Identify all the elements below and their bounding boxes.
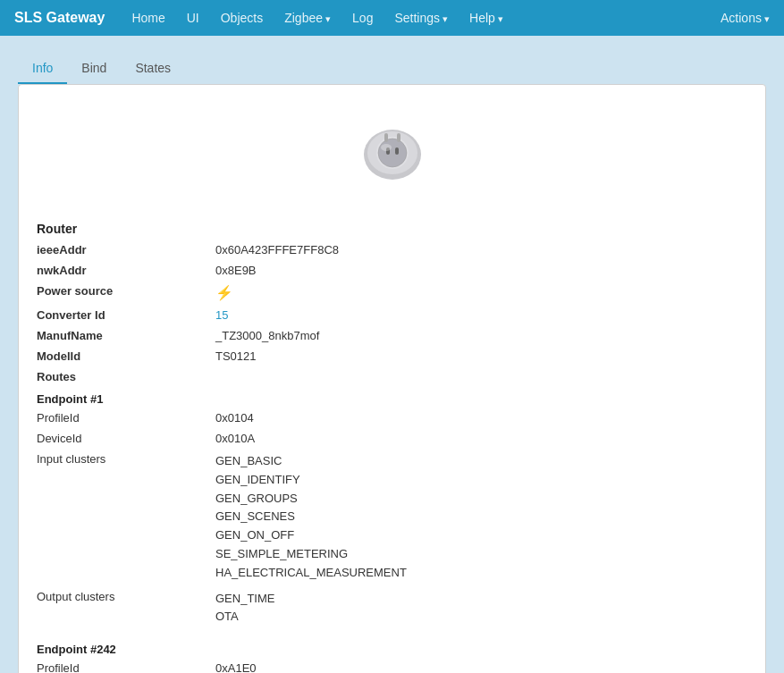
info-card: Router ieeeAddr 0x60A423FFFE7FF8C8 nwkAd… (18, 84, 766, 673)
cluster-gen-time: GEN_TIME (215, 590, 747, 609)
cluster-gen-basic: GEN_BASIC (215, 452, 747, 471)
label-ep1-profileid: ProfileId (37, 411, 215, 425)
actions-menu[interactable]: Actions (721, 11, 770, 25)
endpoint1-header: Endpoint #1 (37, 387, 747, 408)
device-image-area (37, 103, 747, 215)
nav-log[interactable]: Log (343, 5, 382, 30)
label-manufname: ManufName (37, 329, 215, 342)
tabs: Info Bind States (18, 54, 766, 84)
row-manufname: ManufName _TZ3000_8nkb7mof (37, 325, 747, 346)
svg-point-3 (378, 139, 407, 167)
label-ieeeaddr: ieeeAddr (37, 243, 215, 257)
label-powersource: Power source (37, 284, 215, 298)
navbar: SLS Gateway Home UI Objects Zigbee Log S… (0, 0, 784, 36)
nav-items: Home UI Objects Zigbee Log Settings Help (122, 5, 721, 30)
value-ieeeaddr: 0x60A423FFFE7FF8C8 (215, 243, 747, 257)
value-ep1-deviceid: 0x010A (215, 432, 747, 445)
value-ep1-output-clusters: GEN_TIME OTA (215, 590, 747, 627)
tab-bind[interactable]: Bind (67, 54, 121, 84)
svg-rect-6 (384, 133, 388, 142)
page-container: Info Bind States (0, 36, 784, 673)
cluster-gen-identify: GEN_IDENTIFY (215, 471, 747, 490)
nav-objects[interactable]: Objects (212, 5, 272, 30)
value-ep1-input-clusters: GEN_BASIC GEN_IDENTIFY GEN_GROUPS GEN_SC… (215, 452, 747, 583)
label-ep1-input-clusters: Input clusters (37, 452, 215, 466)
device-image (352, 121, 433, 188)
row-ep1-profileid: ProfileId 0x0104 (37, 408, 747, 428)
row-routes: Routes (37, 366, 747, 387)
value-ep1-profileid: 0x0104 (215, 411, 747, 425)
value-powersource: ⚡ (215, 284, 747, 301)
nav-ui[interactable]: UI (178, 5, 208, 30)
row-powersource: Power source ⚡ (37, 281, 747, 305)
row-modelid: ModelId TS0121 (37, 346, 747, 366)
device-type: Router (37, 215, 747, 240)
row-ep1-output-clusters: Output clusters GEN_TIME OTA (37, 586, 747, 631)
tab-info[interactable]: Info (18, 54, 67, 84)
cluster-se-simple-metering: SE_SIMPLE_METERING (215, 545, 747, 564)
label-ep242-profileid: ProfileId (37, 661, 215, 673)
row-nwkaddr: nwkAddr 0x8E9B (37, 260, 747, 281)
value-converterid[interactable]: 15 (215, 308, 747, 322)
label-converterid: Converter Id (37, 308, 215, 322)
row-ep1-deviceid: DeviceId 0x010A (37, 428, 747, 449)
row-ep1-input-clusters: Input clusters GEN_BASIC GEN_IDENTIFY GE… (37, 449, 747, 586)
nav-help[interactable]: Help (460, 5, 512, 30)
info-table: Router ieeeAddr 0x60A423FFFE7FF8C8 nwkAd… (37, 215, 747, 673)
cluster-gen-groups: GEN_GROUPS (215, 490, 747, 509)
cluster-ota: OTA (215, 608, 747, 627)
row-ep242-profileid: ProfileId 0xA1E0 (37, 658, 747, 673)
svg-rect-7 (397, 133, 400, 142)
label-ep1-output-clusters: Output clusters (37, 590, 215, 603)
svg-point-8 (381, 144, 392, 151)
label-ep1-deviceid: DeviceId (37, 432, 215, 445)
value-modelid: TS0121 (215, 349, 747, 363)
cluster-ha-electrical: HA_ELECTRICAL_MEASUREMENT (215, 564, 747, 583)
brand[interactable]: SLS Gateway (14, 10, 105, 26)
cluster-gen-on-off: GEN_ON_OFF (215, 526, 747, 545)
label-nwkaddr: nwkAddr (37, 264, 215, 277)
label-modelid: ModelId (37, 349, 215, 363)
row-ieeeaddr: ieeeAddr 0x60A423FFFE7FF8C8 (37, 240, 747, 260)
tab-states[interactable]: States (121, 54, 185, 84)
value-nwkaddr: 0x8E9B (215, 264, 747, 277)
nav-settings[interactable]: Settings (385, 5, 457, 30)
value-ep242-profileid: 0xA1E0 (215, 661, 747, 673)
nav-home[interactable]: Home (122, 5, 173, 30)
cluster-gen-scenes: GEN_SCENES (215, 508, 747, 526)
label-routes: Routes (37, 370, 215, 383)
endpoint242-header: Endpoint #242 (37, 637, 747, 658)
nav-zigbee[interactable]: Zigbee (275, 5, 340, 30)
row-converterid: Converter Id 15 (37, 305, 747, 325)
value-manufname: _TZ3000_8nkb7mof (215, 329, 747, 342)
svg-rect-5 (395, 147, 399, 155)
